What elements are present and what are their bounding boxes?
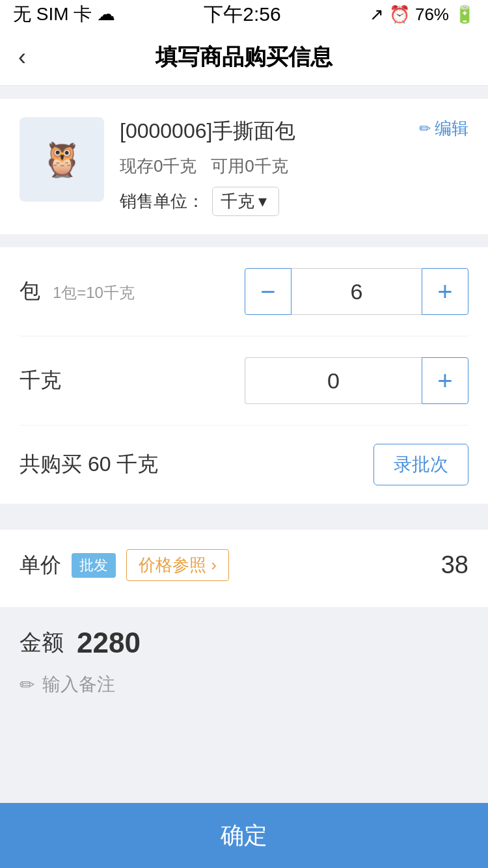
price-row: 单价 批发 价格参照 › 38 [20, 549, 468, 581]
stock-text: 现存0千克 [120, 156, 197, 176]
status-bar: 无 SIM 卡 ☁ 下午2:56 ↗ ⏰ 76% 🔋 [0, 0, 488, 29]
price-ref-button[interactable]: 价格参照 › [126, 549, 229, 581]
price-label: 单价 [20, 551, 61, 580]
product-unit-row: 销售单位： 千克 ▾ [120, 187, 468, 216]
package-section: 包 1包=10千克 − + [0, 247, 488, 336]
price-value: 38 [441, 551, 468, 579]
page-title: 填写商品购买信息 [156, 42, 332, 72]
price-section: 单价 批发 价格参照 › 38 [0, 530, 488, 607]
product-logo-icon: 🦉 [41, 140, 83, 180]
total-text: 共购买 60 千克 [20, 450, 158, 479]
batch-button[interactable]: 录批次 [373, 444, 468, 485]
confirm-button[interactable]: 确定 [0, 803, 488, 868]
divider-2 [0, 504, 488, 517]
amount-label: 金额 [20, 628, 64, 658]
unit-value: 千克 [221, 190, 254, 213]
battery-icon: 🔋 [454, 5, 475, 25]
package-minus-button[interactable]: − [245, 268, 291, 315]
kg-label: 千克 [20, 366, 245, 395]
kg-quantity-controls: + [245, 357, 468, 404]
kg-plus-button[interactable]: + [422, 357, 468, 404]
total-row: 共购买 60 千克 录批次 [0, 426, 488, 504]
kg-section: 千克 + [0, 336, 488, 426]
price-tag: 批发 [72, 553, 116, 578]
package-hint: 1包=10千克 [53, 284, 135, 301]
alarm-icon: ⏰ [389, 5, 410, 25]
package-label: 包 [20, 279, 40, 303]
nav-bar: ‹ 填写商品购买信息 [0, 29, 488, 86]
product-name: [0000006]手撕面包 [120, 117, 468, 146]
status-time: 下午2:56 [204, 1, 280, 28]
chevron-down-icon: ▾ [258, 191, 267, 211]
price-left: 单价 批发 价格参照 › [20, 549, 229, 581]
amount-value: 2280 [77, 627, 141, 659]
location-icon: ↗ [370, 5, 384, 25]
status-right: ↗ ⏰ 76% 🔋 [370, 5, 475, 25]
unit-selector[interactable]: 千克 ▾ [212, 187, 279, 216]
unit-label: 销售单位： [120, 190, 204, 213]
package-quantity-controls: − + [245, 268, 468, 315]
status-left: 无 SIM 卡 ☁ [13, 2, 115, 27]
package-quantity-input[interactable] [291, 268, 422, 315]
package-row: 包 1包=10千克 − + [20, 247, 468, 336]
divider-1 [0, 234, 488, 247]
pencil-icon: ✏ [20, 674, 34, 696]
product-image: 🦉 [20, 117, 104, 202]
product-stock: 现存0千克 可用0千克 [120, 155, 468, 178]
kg-row: 千克 + [20, 336, 468, 426]
kg-quantity-input[interactable] [245, 357, 422, 404]
remark-label: 输入备注 [42, 672, 115, 697]
battery-text: 76% [415, 5, 449, 25]
product-card: 🦉 [0000006]手撕面包 现存0千克 可用0千克 销售单位： 千克 ▾ ✏… [0, 99, 488, 234]
amount-row: 金额 2280 [20, 627, 468, 659]
back-button[interactable]: ‹ [18, 44, 26, 71]
available-text: 可用0千克 [211, 156, 288, 176]
amount-section: 金额 2280 ✏ 输入备注 [0, 607, 488, 710]
bottom-space [0, 710, 488, 788]
product-info: [0000006]手撕面包 现存0千克 可用0千克 销售单位： 千克 ▾ [120, 117, 468, 216]
package-label-container: 包 1包=10千克 [20, 277, 245, 306]
package-plus-button[interactable]: + [422, 268, 468, 315]
edit-button[interactable]: ✏ 编辑 [419, 117, 468, 140]
edit-label: 编辑 [435, 117, 468, 140]
remark-row[interactable]: ✏ 输入备注 [20, 672, 468, 697]
edit-icon: ✏ [419, 120, 431, 137]
